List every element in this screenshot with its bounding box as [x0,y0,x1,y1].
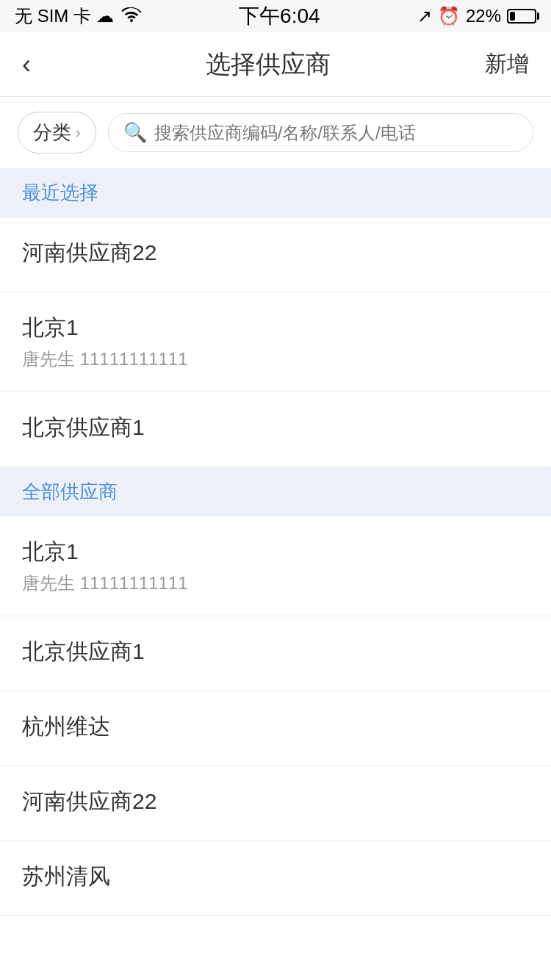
list-item[interactable]: 北京供应商1 [0,616,551,691]
add-button[interactable]: 新增 [470,49,529,79]
list-item[interactable]: 河南供应商22 [0,217,551,292]
item-name: 河南供应商22 [22,787,529,817]
item-name: 苏州清风 [22,862,529,892]
all-section-title: 全部供应商 [22,480,118,502]
chevron-right-icon: › [76,124,81,141]
wifi-icon [121,6,142,26]
list-item[interactable]: 河南供应商22 [0,766,551,841]
item-name: 北京1 [22,537,529,567]
item-name: 河南供应商22 [22,238,529,268]
search-input[interactable] [154,123,518,143]
list-item[interactable]: 北京供应商1 [0,392,551,467]
item-contact: 唐先生 11111111111 [22,572,529,595]
back-button[interactable]: ‹ [22,49,66,80]
all-list: 北京1唐先生 11111111111北京供应商1杭州维达河南供应商22苏州清风 [0,516,551,916]
recent-section-header: 最近选择 [0,168,551,217]
list-item[interactable]: 北京1唐先生 11111111111 [0,292,551,392]
page-title: 选择供应商 [206,48,331,82]
battery-icon [507,9,536,24]
item-name: 北京供应商1 [22,637,529,667]
nav-bar: ‹ 选择供应商 新增 [0,32,551,97]
list-item[interactable]: 北京1唐先生 11111111111 [0,516,551,616]
status-left: 无 SIM 卡 ☁ [15,4,142,28]
status-time: 下午6:04 [239,2,320,30]
alarm-icon: ⏰ [438,6,460,26]
all-section-header: 全部供应商 [0,467,551,516]
search-box: 🔍 [108,113,533,152]
item-name: 杭州维达 [22,712,529,742]
item-name: 北京1 [22,313,529,343]
location-icon: ↗ [417,6,432,26]
item-name: 北京供应商1 [22,413,529,443]
recent-list: 河南供应商22北京1唐先生 11111111111北京供应商1 [0,217,551,467]
recent-section-title: 最近选择 [22,181,98,203]
battery-fill [510,12,515,21]
search-icon: 🔍 [123,121,147,144]
sim-status: 无 SIM 卡 ☁ [15,4,114,28]
filter-bar: 分类 › 🔍 [0,97,551,168]
item-contact: 唐先生 11111111111 [22,347,529,371]
list-item[interactable]: 苏州清风 [0,841,551,916]
status-bar: 无 SIM 卡 ☁ 下午6:04 ↗ ⏰ 22% [0,0,551,32]
category-button[interactable]: 分类 › [18,112,96,154]
battery-percent: 22% [466,6,501,26]
list-item[interactable]: 杭州维达 [0,691,551,766]
status-right: ↗ ⏰ 22% [417,6,536,26]
category-label: 分类 [33,120,71,145]
